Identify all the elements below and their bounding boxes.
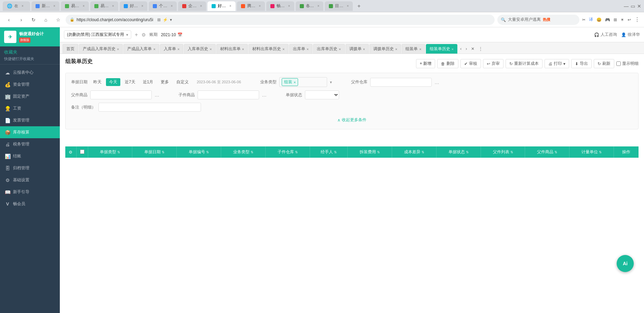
child-goods-input[interactable] — [198, 90, 259, 99]
close-tab-2[interactable]: × — [153, 47, 155, 51]
new-tab-button[interactable]: + — [354, 1, 364, 11]
nav-tab-material-out-history[interactable]: 材料出库单历史 × — [249, 44, 288, 54]
menu-icon[interactable]: ⋮ — [634, 16, 640, 23]
close-tab-3[interactable]: × — [177, 47, 179, 51]
sidebar-item-settings[interactable]: ⚙ 基础设置 — [0, 174, 60, 186]
sidebar-item-tax[interactable]: 🖨 税务管理 — [0, 138, 60, 150]
parent-goods-input[interactable] — [90, 90, 152, 99]
close-button[interactable]: ✕ — [637, 3, 641, 9]
maximize-button[interactable]: ▭ — [631, 3, 635, 9]
nav-next-arrow[interactable]: › — [464, 44, 469, 54]
col-parent-goods[interactable]: 父件商品 ⇅ — [525, 146, 569, 158]
nav-tab-material-out[interactable]: 材料出库单 × — [216, 44, 248, 54]
col-disassembly-cost[interactable]: 拆装费用 ⇅ — [348, 146, 392, 158]
nav-tab-inbound-history[interactable]: 入库单历史 × — [184, 44, 215, 54]
close-tab-8[interactable]: × — [339, 47, 341, 51]
tab-close-7[interactable]: × — [229, 4, 231, 8]
child-goods-ellipsis[interactable]: … — [262, 92, 267, 98]
parent-warehouse-input[interactable] — [370, 78, 432, 87]
sidebar-item-archive[interactable]: 🗄 归档管理 — [0, 162, 60, 174]
close-tab-9[interactable]: × — [363, 47, 365, 51]
tab-11[interactable]: 目… × — [325, 1, 353, 11]
nav-tab-home[interactable]: 首页 — [63, 44, 78, 54]
col-bill-status[interactable]: 单据状态 ⇅ — [436, 146, 481, 158]
pill-more[interactable]: 更多 — [158, 78, 172, 86]
nav-tab-transfer-history[interactable]: 调拨单历史 × — [370, 44, 401, 54]
tab-close-globe[interactable]: × — [22, 4, 24, 8]
col-unit[interactable]: 计量单位 ⇅ — [569, 146, 614, 158]
pill-yesterday[interactable]: 昨天 — [90, 78, 105, 86]
add-company-icon[interactable]: + — [135, 32, 138, 38]
qr-icon[interactable]: ⊞ — [157, 17, 161, 22]
parent-warehouse-ellipsis[interactable]: … — [434, 80, 439, 85]
star-button[interactable]: ☆ — [53, 15, 63, 25]
nav-tab-outbound-history[interactable]: 出库单历史 × — [313, 44, 345, 54]
support-button[interactable]: 🎧 人工咨询 — [594, 32, 617, 38]
sun-icon[interactable]: ☀ — [620, 17, 624, 22]
ai-bubble[interactable]: Ai — [617, 255, 634, 272]
translate-icon[interactable]: 译 — [589, 17, 593, 23]
close-tab-10[interactable]: × — [395, 47, 397, 51]
nav-tab-assembly-product[interactable]: 产成品入库单 × — [123, 44, 159, 54]
tab-close-6[interactable]: × — [200, 4, 202, 8]
biz-type-tag-close[interactable]: × — [294, 80, 296, 84]
close-tab-5[interactable]: × — [242, 47, 244, 51]
sidebar-item-guide[interactable]: 📖 新手引导 — [0, 186, 60, 198]
tab-3[interactable]: 易… × — [90, 1, 118, 11]
minimize-button[interactable]: — — [624, 3, 629, 9]
sidebar-item-salary[interactable]: 👷 工资 — [0, 102, 60, 114]
col-biz-type[interactable]: 业务类型 ⇅ — [221, 146, 266, 158]
tab-close-5[interactable]: × — [171, 4, 173, 8]
game-icon[interactable]: 🎮 — [605, 17, 610, 22]
sidebar-item-fund[interactable]: 💰 资金管理 — [0, 79, 60, 90]
col-parent-list[interactable]: 父件列表 ⇅ — [481, 146, 525, 158]
recalc-button[interactable]: ↻ 重新计算成本 — [506, 59, 542, 68]
order-status-dropdown[interactable]: ▾ — [335, 93, 337, 97]
col-handler[interactable]: 经手人 ⇅ — [310, 146, 347, 158]
nav-tab-assembly-history[interactable]: 组装单历史 × — [426, 44, 457, 54]
print-button[interactable]: 🖨 打印 ▾ — [545, 59, 569, 68]
collapse-button[interactable]: ∧ 收起更多条件 — [71, 115, 633, 125]
tab-5[interactable]: 个… × — [149, 1, 177, 11]
user-button[interactable]: 👤 徐泽华 — [621, 32, 640, 38]
home-button[interactable]: ⌂ — [41, 15, 51, 25]
sidebar-item-invoice[interactable]: 📄 发票管理 — [0, 114, 60, 126]
tab-2[interactable]: 易… × — [61, 1, 89, 11]
audit-button[interactable]: ✔ 审核 — [460, 59, 481, 68]
tab-10[interactable]: 各… × — [296, 1, 324, 11]
search-bar[interactable]: 🔍 大量安卓用户逃离 热搜 — [497, 15, 579, 25]
biz-type-dropdown[interactable]: ▾ — [330, 80, 332, 85]
address-dropdown[interactable]: ▾ — [170, 17, 172, 22]
tab-close-8[interactable]: × — [259, 4, 261, 8]
favorites-subtitle[interactable]: 快捷键打开收藏夹 — [4, 56, 56, 61]
favorites-title[interactable]: 收藏夹 — [4, 49, 56, 55]
reload-button[interactable]: ↻ — [29, 15, 38, 25]
pill-today[interactable]: 今天 — [106, 78, 120, 86]
delete-button[interactable]: 🗑 删除 — [437, 59, 458, 68]
col-bill-type[interactable]: 单据类型 ⇅ — [88, 146, 132, 158]
emoji-icon[interactable]: 😀 — [596, 17, 602, 22]
sidebar-item-settle[interactable]: 📊 结账 — [0, 150, 60, 162]
nav-tab-outbound[interactable]: 出库单 × — [289, 44, 312, 54]
tab-close-1[interactable]: × — [53, 4, 55, 8]
settings-gear-icon[interactable]: ⚙ — [142, 32, 146, 38]
nav-tab-assembly-product-history[interactable]: 产成品入库单历史 × — [79, 44, 123, 54]
close-tab-11[interactable]: × — [419, 47, 421, 51]
sidebar-item-inventory[interactable]: 📦 库存核算 — [0, 126, 60, 138]
boost-icon[interactable]: ⚡ — [163, 17, 168, 22]
tab-7[interactable]: 好… × — [207, 1, 236, 11]
close-tab-7[interactable]: × — [307, 47, 309, 51]
pill-7days[interactable]: 近7天 — [122, 78, 138, 86]
tab-globe[interactable]: 🌐 在 × — [3, 1, 30, 11]
col-cost-diff[interactable]: 成本差异 ⇅ — [392, 146, 436, 158]
close-tab-12[interactable]: × — [452, 47, 454, 51]
new-button[interactable]: + 新增 — [416, 59, 435, 68]
calendar-icon[interactable]: 📅 — [177, 32, 183, 37]
order-status-select[interactable] — [305, 90, 339, 99]
close-tab-6[interactable]: × — [282, 47, 284, 51]
col-bill-no[interactable]: 单据编号 ⇅ — [177, 146, 221, 158]
close-tab-1[interactable]: × — [117, 47, 119, 51]
scissors-icon[interactable]: ✂ — [582, 17, 586, 22]
nav-tab-inbound[interactable]: 入库单 × — [160, 44, 183, 54]
close-tab-4[interactable]: × — [210, 47, 212, 51]
